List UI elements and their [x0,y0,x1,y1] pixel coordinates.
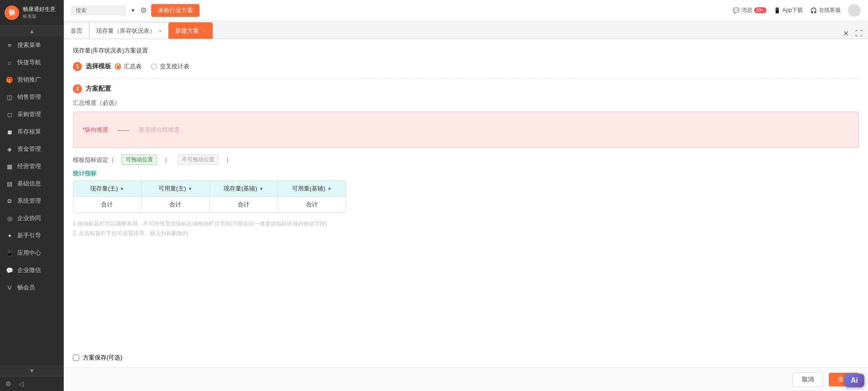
stats-col-dropdown-1[interactable]: ▼ [188,186,193,191]
sidebar-item-basic-info[interactable]: ▤ 基础信息 [0,175,64,192]
sidebar-nav: ≡ 搜索菜单 ⌂ 快捷导航 🎁 营销推广 ◫ 销售管理 ◻ 采购管理 ◼ 库存核… [0,36,64,365]
stats-cell-0-2: 合计 [210,197,278,212]
indicator-settings-close: ） [164,156,170,164]
guide-icon: ✦ [5,232,14,240]
stats-section: 统计指标 现存量(主) ▼ 可用量(主) ▼ 现存量(基辅) [73,170,859,213]
tips-section: 1.拖动标题栏可以调整布局，不可跨维度或指标区域拖动栏目字段(只能在同一维度或指… [73,220,859,237]
sidebar-label-app-center: 应用中心 [17,249,41,257]
topbar-right: 💬 消息 99+ 📱 App下载 🎧 在线客服 [733,4,861,17]
indicator-settings-row: 模板指标设定（ 可拖动位置 ） 不可拖动位置 ） [73,154,859,165]
save-checkbox[interactable] [73,355,79,361]
sidebar-item-purchase[interactable]: ◻ 采购管理 [0,106,64,123]
basic-info-icon: ▤ [5,180,14,188]
sidebar-item-operations[interactable]: ▦ 经营管理 [0,158,64,175]
tab-inventory-close[interactable]: × [159,28,162,34]
sidebar-label-corp-collab: 企业协同 [17,214,41,222]
sidebar-footer: ⚙ ◁ [0,376,64,391]
tab-home-label: 首页 [71,27,82,35]
tip-2: 2. 点击标题栏下拉可设置排序、插入列和删除列 [73,230,859,237]
tab-new-plan-label: 新建方案 [175,27,199,35]
sidebar-label-quick-nav: 快捷导航 [17,58,41,67]
messages-button[interactable]: 💬 消息 99+ [733,6,766,14]
user-avatar[interactable] [848,4,861,17]
sidebar-label-member: 畅会员 [17,283,35,292]
main-area: ▼ ⚙ 体验行业方案 💬 消息 99+ 📱 App下载 🎧 在线客服 首页 [64,0,868,391]
customer-service-label: 在线客服 [819,6,841,14]
topbar-dropdown[interactable]: ▼ [130,7,136,14]
sidebar-settings-icon[interactable]: ⚙ [5,380,11,387]
stats-table-row-0: 合计 合计 合计 合计 [73,196,346,212]
corp-collab-icon: ◎ [5,214,14,222]
app-center-icon: 📱 [5,249,14,257]
topbar-gear-icon[interactable]: ⚙ [140,6,147,15]
sidebar-label-sales: 销售管理 [17,93,41,101]
template-summary-option[interactable]: 汇总表 [115,62,142,71]
sidebar-item-wechat[interactable]: 💬 企业微信 [0,262,64,279]
template-options: 汇总表 交叉统计表 [115,62,189,71]
sidebar-sound-icon[interactable]: ◁ [19,380,24,387]
tab-expand-btn[interactable]: ⛶ [853,29,864,39]
search-input[interactable] [71,5,126,15]
sidebar-item-finance[interactable]: ◈ 资金管理 [0,140,64,158]
dimension-area[interactable]: *纵向维度 —— 请选择分组维度 [73,112,859,148]
tab-new-plan-close[interactable]: × [203,28,205,34]
stats-col-label-1: 可用量(主) [158,185,186,193]
ai-fab-button[interactable]: Ai [844,374,864,387]
member-icon: V [5,283,14,292]
sidebar-item-corp-collab[interactable]: ◎ 企业协同 [0,210,64,227]
section-config: 2 方案配置 汇总维度（必选） *纵向维度 —— 请选择分组维度 模板指标设定（… [73,84,859,237]
messages-icon: 💬 [733,7,740,14]
stats-col-dropdown-3[interactable]: ▼ [327,186,332,191]
sidebar-item-marketing[interactable]: 🎁 营销推广 [0,71,64,88]
brand-area: 畅 畅康通好生意 标准版 [0,0,64,26]
sidebar-label-search-menu: 搜索菜单 [17,41,41,49]
stats-col-header-1: 可用量(主) ▼ [142,181,210,196]
cancel-button[interactable]: 取消 [792,372,823,387]
stats-col-dropdown-2[interactable]: ▼ [259,186,264,191]
section2-title: 方案配置 [86,85,111,93]
sidebar-item-system[interactable]: ⚙ 系统管理 [0,192,64,210]
sidebar-label-system: 系统管理 [17,197,41,205]
brand-text: 畅康通好生意 标准版 [23,6,56,20]
sidebar-item-search-menu[interactable]: ≡ 搜索菜单 [0,36,64,54]
quick-nav-icon: ⌂ [5,58,14,67]
app-download-label: App下载 [782,6,803,14]
sidebar-item-app-center[interactable]: 📱 应用中心 [0,244,64,262]
section1-header: 1 选择模板 汇总表 交叉统计表 [73,62,859,71]
section-template: 1 选择模板 汇总表 交叉统计表 [73,62,859,71]
tab-home[interactable]: 首页 [64,22,89,39]
template-summary-label: 汇总表 [124,62,142,71]
indicator-close: ） [226,156,232,164]
save-option-row: 方案保存(可选) [73,354,123,362]
sidebar-scroll-up[interactable]: ▲ [0,26,64,36]
sidebar-label-operations: 经营管理 [17,162,41,170]
brand-icon: 畅 [5,5,19,20]
sidebar-item-guide[interactable]: ✦ 新手引导 [0,227,64,244]
sidebar-label-inventory: 库存核算 [17,128,41,136]
sidebar-label-finance: 资金管理 [17,145,41,153]
sidebar-item-sales[interactable]: ◫ 销售管理 [0,88,64,106]
app-download-button[interactable]: 📱 App下载 [774,6,803,14]
sidebar-scroll-down[interactable]: ▼ [0,365,64,376]
stats-title: 统计指标 [73,170,859,178]
customer-service-icon: 🎧 [810,7,817,14]
tab-close-btn[interactable]: ✕ [841,28,851,39]
tab-inventory-status[interactable]: 现存量（库存状况表） × [89,22,168,39]
stats-cell-0-0: 合计 [73,197,142,212]
template-summary-radio[interactable] [115,63,121,70]
template-cross-radio[interactable] [151,63,157,70]
trial-button[interactable]: 体验行业方案 [151,4,199,17]
sidebar-item-member[interactable]: V 畅会员 [0,279,64,296]
dimension-section-label: 汇总维度（必选） [73,99,859,107]
sidebar-item-quick-nav[interactable]: ⌂ 快捷导航 [0,54,64,71]
search-menu-icon: ≡ [5,41,14,49]
tab-new-plan[interactable]: 新建方案 × [168,22,212,39]
messages-badge: 99+ [754,7,766,13]
template-cross-option[interactable]: 交叉统计表 [151,62,189,71]
topbar: ▼ ⚙ 体验行业方案 💬 消息 99+ 📱 App下载 🎧 在线客服 [64,0,868,21]
sidebar-item-inventory[interactable]: ◼ 库存核算 [0,123,64,140]
stats-col-dropdown-0[interactable]: ▼ [120,186,124,191]
customer-service-button[interactable]: 🎧 在线客服 [810,6,841,14]
section2-num: 2 [73,84,82,93]
save-option-label: 方案保存(可选) [83,354,123,362]
